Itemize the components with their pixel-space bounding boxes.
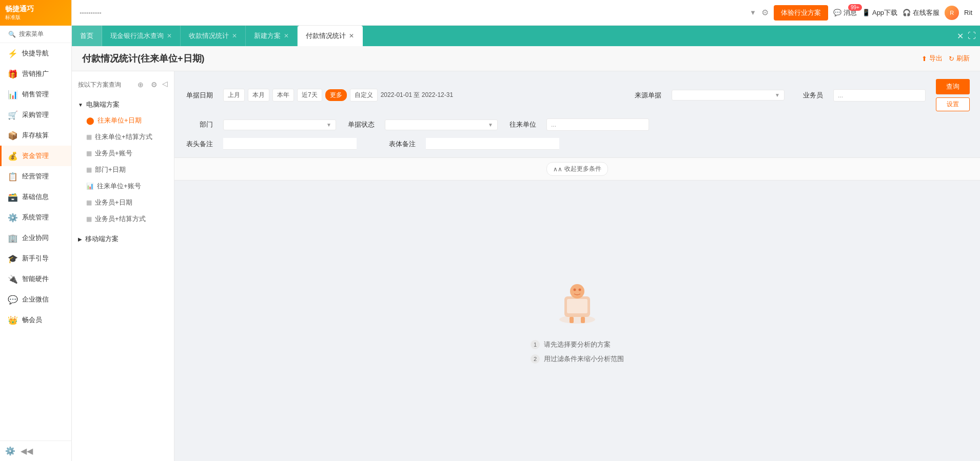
topbar-app-download[interactable]: 📱 App下载 bbox=[862, 8, 897, 17]
svg-point-4 bbox=[574, 288, 576, 291]
tab-payment-stats-close[interactable]: ✕ bbox=[232, 32, 237, 39]
svg-rect-6 bbox=[570, 317, 574, 323]
partner-ellipsis[interactable]: ... bbox=[546, 118, 649, 131]
svg-point-5 bbox=[579, 288, 581, 291]
date-btn-last-month[interactable]: 上月 bbox=[223, 89, 245, 102]
sidebar-item-operation[interactable]: 📋 经营管理 bbox=[0, 166, 71, 187]
scheme-item-staff-settle[interactable]: ▦ 业务员+结算方式 bbox=[72, 211, 174, 227]
sidebar-item-hardware[interactable]: 🔌 智能硬件 bbox=[0, 269, 71, 289]
sidebar-item-marketing[interactable]: 🎁 营销推广 bbox=[0, 64, 71, 84]
sidebar-item-label: 经营管理 bbox=[22, 172, 49, 181]
topbar-online-service[interactable]: 🎧 在线客服 bbox=[903, 8, 939, 17]
quick-nav-icon: ⚡ bbox=[8, 48, 18, 58]
marketing-icon: 🎁 bbox=[8, 69, 18, 79]
staff-ellipsis[interactable]: ... bbox=[833, 89, 926, 102]
scheme-item-staff-date[interactable]: ▦ 业务员+日期 bbox=[72, 194, 174, 211]
sidebar-item-system[interactable]: ⚙️ 系统管理 bbox=[0, 207, 71, 228]
collapse-button[interactable]: ∧∧ 收起更多条件 bbox=[546, 162, 608, 176]
staff-label: 业务员 bbox=[795, 91, 823, 100]
topbar-message[interactable]: 💬 消息 99+ bbox=[833, 8, 857, 17]
enterprise-icon: 🏢 bbox=[8, 233, 18, 243]
sidebar-item-label: 智能硬件 bbox=[22, 274, 49, 284]
tab-payment-detail[interactable]: 付款情况统计 ✕ bbox=[298, 26, 363, 46]
scheme-add-icon[interactable]: ⊕ bbox=[135, 79, 146, 90]
dept-label: 部门 bbox=[185, 120, 213, 129]
trial-btn[interactable]: 体验行业方案 bbox=[774, 5, 828, 21]
sidebar-item-member[interactable]: 👑 畅会员 bbox=[0, 310, 71, 330]
scheme-item-staff-account[interactable]: ▦ 业务员+账号 bbox=[72, 145, 174, 162]
wechat-icon: 💬 bbox=[8, 294, 18, 305]
date-btn-7days[interactable]: 近7天 bbox=[297, 89, 322, 102]
scheme-settings-icon[interactable]: ⚙ bbox=[149, 79, 159, 90]
sidebar-item-enterprise[interactable]: 🏢 企业协同 bbox=[0, 228, 71, 248]
scheme-item-staff-date-icon: ▦ bbox=[86, 199, 92, 206]
scheme-item-unit-date-icon: ⬤ bbox=[86, 116, 94, 125]
settings-icon[interactable]: ⚙ bbox=[761, 8, 769, 17]
export-button[interactable]: ⬆ 导出 bbox=[922, 54, 943, 63]
tab-payment-detail-close[interactable]: ✕ bbox=[349, 32, 354, 39]
hardware-icon: 🔌 bbox=[8, 274, 18, 284]
sidebar-item-basic-info[interactable]: 🗃️ 基础信息 bbox=[0, 187, 71, 207]
sidebar-item-wechat[interactable]: 💬 企业微信 bbox=[0, 289, 71, 310]
sidebar-item-capital[interactable]: 💰 资金管理 bbox=[0, 146, 71, 166]
tab-bank-flow-label: 现金银行流水查询 bbox=[110, 31, 164, 41]
tab-new-scheme-close[interactable]: ✕ bbox=[284, 32, 289, 39]
date-btn-this-year[interactable]: 本年 bbox=[272, 89, 294, 102]
inventory-icon: 📦 bbox=[8, 130, 18, 141]
tab-new-scheme-label: 新建方案 bbox=[254, 31, 281, 41]
scheme-item-unit-settle[interactable]: ▦ 往来单位+结算方式 bbox=[72, 129, 174, 145]
sidebar-item-label: 畅会员 bbox=[22, 315, 42, 325]
scheme-item-label: 往来单位+账号 bbox=[97, 182, 141, 191]
date-btn-more[interactable]: 更多 bbox=[325, 89, 347, 101]
scheme-item-label: 往来单位+日期 bbox=[97, 116, 142, 125]
tab-home[interactable]: 首页 bbox=[72, 26, 102, 46]
avatar[interactable]: R bbox=[945, 6, 959, 20]
dept-select[interactable]: ▼ bbox=[223, 119, 336, 130]
chevron-down-icon[interactable]: ▼ bbox=[750, 9, 756, 16]
query-button[interactable]: 查询 bbox=[936, 79, 970, 94]
tab-payment-stats[interactable]: 收款情况统计 ✕ bbox=[181, 26, 246, 46]
tab-maximize-icon[interactable]: ⛶ bbox=[968, 31, 976, 41]
pc-section-header[interactable]: ▼ 电脑端方案 bbox=[72, 97, 174, 112]
scheme-item-dept-date[interactable]: ▦ 部门+日期 bbox=[72, 162, 174, 178]
doc-status-select[interactable]: ▼ bbox=[385, 119, 498, 130]
sidebar-item-sales[interactable]: 📊 销售管理 bbox=[0, 84, 71, 105]
mobile-section-header[interactable]: ▶ 移动端方案 bbox=[72, 231, 174, 247]
pc-scheme-section: ▼ 电脑端方案 ⬤ 往来单位+日期 ▦ 往来单位+结算方式 ▦ 业务员+账号 ▦ bbox=[72, 95, 174, 229]
sidebar-search[interactable]: 🔍 搜索菜单 bbox=[0, 26, 71, 43]
date-btn-this-month[interactable]: 本月 bbox=[248, 89, 269, 102]
scheme-item-unit-settle-icon: ▦ bbox=[86, 133, 92, 141]
tab-bank-flow-close[interactable]: ✕ bbox=[167, 32, 172, 39]
scheme-item-unit-date[interactable]: ⬤ 往来单位+日期 bbox=[72, 112, 174, 129]
tab-new-scheme[interactable]: 新建方案 ✕ bbox=[246, 26, 298, 46]
refresh-button[interactable]: ↻ 刷新 bbox=[949, 54, 970, 63]
mobile-section-label: 移动端方案 bbox=[85, 234, 119, 244]
sidebar-header: 畅捷通巧 标准版 bbox=[0, 0, 71, 26]
staff-control: ... bbox=[833, 89, 926, 102]
head-note-input[interactable] bbox=[223, 138, 357, 150]
content-area: 按以下方案查询 ⊕ ⚙ ◁ ▼ 电脑端方案 ⬤ 往来单位+日期 ▦ bbox=[72, 71, 980, 461]
tab-close-all-icon[interactable]: ✕ bbox=[957, 31, 964, 41]
sidebar-item-guide[interactable]: 🎓 新手引导 bbox=[0, 248, 71, 269]
username[interactable]: Rit bbox=[964, 9, 972, 16]
tab-bank-flow[interactable]: 现金银行流水查询 ✕ bbox=[102, 26, 181, 46]
collapse-sidebar-icon[interactable]: ◀◀ bbox=[21, 446, 33, 456]
scheme-collapse-icon[interactable]: ◁ bbox=[162, 79, 168, 90]
sidebar-item-purchase[interactable]: 🛒 采购管理 bbox=[0, 105, 71, 125]
sidebar-item-quick-nav[interactable]: ⚡ 快捷导航 bbox=[0, 43, 71, 64]
source-select[interactable]: ▼ bbox=[672, 90, 785, 101]
settings-bottom-icon[interactable]: ⚙️ bbox=[5, 446, 15, 456]
date-btn-custom[interactable]: 自定义 bbox=[350, 89, 378, 102]
scheme-item-staff-account-icon: ▦ bbox=[86, 150, 92, 157]
filter-date-control: 上月 本月 本年 近7天 更多 自定义 2022-01-01 至 2022-12… bbox=[223, 89, 623, 102]
svg-rect-2 bbox=[567, 299, 587, 313]
sidebar: 畅捷通巧 标准版 🔍 搜索菜单 ⚡ 快捷导航 🎁 营销推广 📊 销售管理 🛒 采… bbox=[0, 0, 72, 461]
main-content: ▪▪▪▪▪▪▪▪▪▪ ▼ ⚙ 体验行业方案 💬 消息 99+ 📱 App下载 🎧… bbox=[72, 0, 980, 461]
page-header-actions: ⬆ 导出 ↻ 刷新 bbox=[922, 54, 970, 63]
filter-row-1: 单据日期 上月 本月 本年 近7天 更多 自定义 2022-01-01 至 20… bbox=[185, 79, 970, 111]
collapse-bar: ∧∧ 收起更多条件 bbox=[174, 158, 980, 181]
settings-button[interactable]: 设置 bbox=[936, 97, 970, 111]
sidebar-item-inventory[interactable]: 📦 库存核算 bbox=[0, 125, 71, 146]
body-note-input[interactable] bbox=[426, 138, 559, 150]
scheme-item-unit-account[interactable]: 📊 往来单位+账号 bbox=[72, 178, 174, 194]
